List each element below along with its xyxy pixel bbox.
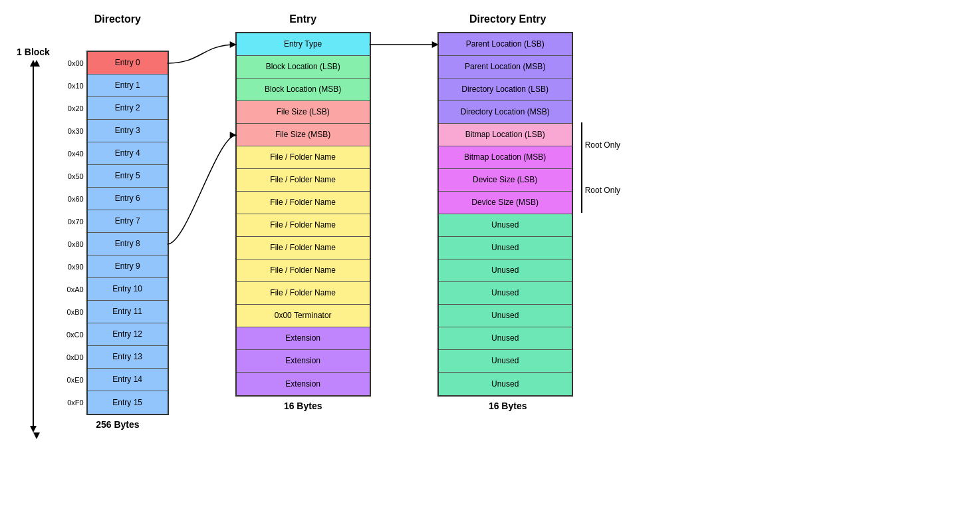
- directory-entry-field-cell: Unused: [439, 305, 572, 327]
- directory-entry-cell: Entry 3: [88, 120, 168, 142]
- entry-field-cell: Extension: [237, 350, 370, 373]
- directory-entry-field-cell: Unused: [439, 259, 572, 282]
- entry-section: Entry Entry TypeBlock Location (LSB)Bloc…: [235, 13, 371, 411]
- arrow-line: [33, 67, 34, 426]
- directory-entry-cell: Entry 2: [88, 97, 168, 120]
- directory-subtitle: 256 Bytes: [96, 419, 139, 430]
- directory-entry-cell: Entry 9: [88, 255, 168, 278]
- entry-title: Entry: [289, 13, 316, 25]
- entry-field-cell: File / Folder Name: [237, 237, 370, 259]
- offset-label: 0x00: [66, 52, 84, 75]
- block-label-area: 1 Block: [13, 47, 53, 432]
- entry-field-cell: Entry Type: [237, 33, 370, 56]
- offset-label: 0x20: [66, 97, 84, 120]
- directory-entry-cell: Entry 11: [88, 301, 168, 323]
- diagram-container: 1 Block Directory 0x000x100x200x300x400x…: [13, 13, 967, 494]
- directory-entry-field-cell: Unused: [439, 237, 572, 259]
- directory-entry-field-cell: Directory Location (LSB): [439, 79, 572, 101]
- directory-entry-field-cell: Parent Location (LSB): [439, 33, 572, 56]
- directory-entry-section: Directory Entry Parent Location (LSB)Par…: [437, 13, 578, 411]
- directory-entry-cell: Entry 7: [88, 210, 168, 233]
- entry-field-cell: File / Folder Name: [237, 259, 370, 282]
- entry-field-cell: File / Folder Name: [237, 169, 370, 192]
- directory-entry-cell: Entry 0: [88, 52, 168, 75]
- entry-field-cell: File Size (LSB): [237, 101, 370, 124]
- directory-entry-cell: Entry 10: [88, 278, 168, 301]
- directory-offsets: 0x000x100x200x300x400x500x600x700x800x90…: [66, 52, 84, 414]
- directory-entry-cell: Entry 6: [88, 188, 168, 210]
- root-only-label: Root Only: [581, 168, 620, 213]
- offset-label: 0x10: [66, 75, 84, 97]
- offset-label: 0xF0: [66, 391, 84, 414]
- directory-entry-cell: Entry 5: [88, 165, 168, 188]
- directory-entry-field-cell: Unused: [439, 327, 572, 350]
- directory-entry-cell: Entry 12: [88, 323, 168, 346]
- entry-field-cell: File Size (MSB): [237, 124, 370, 146]
- offset-label: 0x70: [66, 210, 84, 233]
- directory-entry-cell: Entry 1: [88, 75, 168, 97]
- entry-subtitle: 16 Bytes: [284, 401, 322, 411]
- vertical-arrow: [30, 60, 37, 432]
- offset-label: 0x60: [66, 188, 84, 210]
- directory-section: Directory 0x000x100x200x300x400x500x600x…: [66, 13, 169, 430]
- entry-field-cell: Block Location (LSB): [237, 56, 370, 79]
- entry-field-cell: File / Folder Name: [237, 192, 370, 214]
- root-only-label: Root Only: [581, 122, 620, 168]
- entry-field-cell: File / Folder Name: [237, 282, 370, 305]
- offset-label: 0xD0: [66, 346, 84, 369]
- offset-label: 0xB0: [66, 301, 84, 323]
- offset-label: 0xE0: [66, 369, 84, 391]
- entry-field-cell: Extension: [237, 327, 370, 350]
- directory-entry-field-cell: Bitmap Location (LSB): [439, 124, 572, 146]
- directory-entry-cell: Entry 4: [88, 142, 168, 165]
- directory-entry-field-cell: Unused: [439, 214, 572, 237]
- offset-label: 0x50: [66, 165, 84, 188]
- entry-field-cell: File / Folder Name: [237, 146, 370, 169]
- offset-label: 0xC0: [66, 323, 84, 346]
- directory-entry-subtitle: 16 Bytes: [489, 401, 527, 411]
- entry-field-cell: File / Folder Name: [237, 214, 370, 237]
- directory-entry-field-cell: Unused: [439, 350, 572, 373]
- offset-label: 0x40: [66, 142, 84, 165]
- offset-label: 0x90: [66, 255, 84, 278]
- arrow-down-icon: [30, 426, 37, 432]
- directory-entry-field-cell: Unused: [439, 282, 572, 305]
- block-label: 1 Block: [17, 47, 50, 57]
- directory-entry-cell: Entry 15: [88, 391, 168, 414]
- directory-entry-field-cell: Device Size (MSB): [439, 192, 572, 214]
- directory-entry-field-cell: Unused: [439, 373, 572, 395]
- offset-label: 0x80: [66, 233, 84, 255]
- directory-entry-field-cell: Directory Location (MSB): [439, 101, 572, 124]
- directory-entry-title: Directory Entry: [469, 13, 547, 25]
- directory-entry-cell: Entry 14: [88, 369, 168, 391]
- entry-field-cell: Extension: [237, 373, 370, 395]
- directory-title: Directory: [94, 13, 141, 25]
- arrow-up-icon: [30, 60, 37, 67]
- directory-wrapper: 0x000x100x200x300x400x500x600x700x800x90…: [66, 51, 169, 415]
- directory-entry-field-cell: Device Size (LSB): [439, 169, 572, 192]
- offset-label: 0xA0: [66, 278, 84, 301]
- directory-cells: Entry 0Entry 1Entry 2Entry 3Entry 4Entry…: [86, 51, 169, 415]
- offset-label: 0x30: [66, 120, 84, 142]
- directory-entry-cells: Parent Location (LSB)Parent Location (MS…: [437, 32, 573, 397]
- directory-entry-field-cell: Bitmap Location (MSB): [439, 146, 572, 169]
- directory-entry-cell: Entry 13: [88, 346, 168, 369]
- entry-field-cell: 0x00 Terminator: [237, 305, 370, 327]
- directory-entry-cell: Entry 8: [88, 233, 168, 255]
- entry-cells: Entry TypeBlock Location (LSB)Block Loca…: [235, 32, 371, 397]
- directory-entry-field-cell: Parent Location (MSB): [439, 56, 572, 79]
- entry-field-cell: Block Location (MSB): [237, 79, 370, 101]
- columns-area: Directory 0x000x100x200x300x400x500x600x…: [60, 13, 967, 430]
